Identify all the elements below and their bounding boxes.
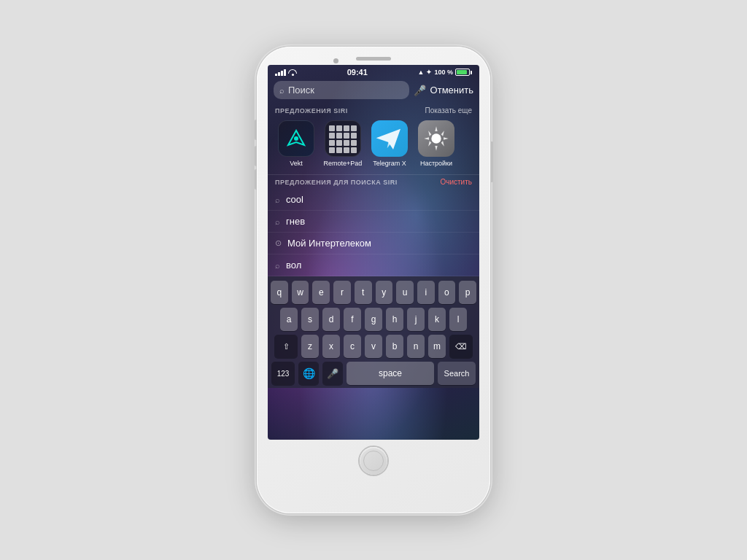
phone-frame: 09:41 ▲ ✦ 100 % ⌕ Поиск 🎤 Отменить — [257, 47, 490, 513]
key-o[interactable]: o — [438, 281, 456, 304]
key-c[interactable]: c — [344, 335, 361, 358]
search-key[interactable]: Search — [438, 362, 476, 385]
app-label-vekt: Vekt — [290, 160, 303, 167]
app-item-settings[interactable]: Настройки — [417, 120, 456, 167]
key-k[interactable]: k — [428, 308, 446, 331]
status-bar: 09:41 ▲ ✦ 100 % — [268, 65, 479, 78]
globe-icon[interactable]: 🌐 — [298, 362, 319, 385]
status-left — [275, 69, 297, 76]
settings-icon — [418, 120, 454, 157]
suggestion-text-gnev: гнев — [286, 216, 305, 227]
phone-top-bar — [257, 47, 490, 65]
key-y[interactable]: y — [376, 281, 393, 304]
keyboard-mic-icon[interactable]: 🎤 — [322, 362, 343, 385]
app-label-settings: Настройки — [420, 160, 452, 167]
suggestion-item-intertelekom[interactable]: ⊙ Мой Интертелеком — [268, 233, 479, 254]
key-a[interactable]: a — [280, 308, 298, 331]
keyboard-row-1: q w e r t y u i o p — [271, 281, 476, 304]
battery-percent: 100 % — [434, 69, 453, 76]
app-item-vekt[interactable]: Vekt — [276, 120, 316, 167]
key-n[interactable]: n — [407, 335, 425, 358]
key-v[interactable]: v — [365, 335, 382, 358]
key-i[interactable]: i — [417, 281, 435, 304]
suggestion-text-vol: вол — [286, 260, 301, 271]
key-w[interactable]: w — [292, 281, 309, 304]
key-z[interactable]: z — [301, 335, 319, 358]
key-r[interactable]: r — [333, 281, 351, 304]
app-icon-vekt — [278, 120, 314, 157]
key-m[interactable]: m — [428, 335, 446, 358]
siri-suggestions-title: ПРЕДЛОЖЕНИЯ SIRI — [275, 107, 348, 114]
app-icon-telegram — [371, 120, 408, 157]
app-item-remote[interactable]: Remote+Pad — [323, 120, 363, 167]
battery-icon — [455, 69, 472, 76]
key-j[interactable]: j — [407, 308, 425, 331]
bluetooth-icon: ✦ — [426, 69, 432, 76]
home-button[interactable] — [360, 447, 387, 475]
keyboard: q w e r t y u i o p a s d f g h j k l — [268, 276, 479, 388]
status-time: 09:41 — [347, 68, 368, 77]
speaker-slit — [356, 57, 391, 61]
home-button-area — [257, 440, 490, 483]
app-label-remote: Remote+Pad — [324, 160, 363, 167]
vekt-icon — [285, 128, 307, 149]
siri-suggestions-header: ПРЕДЛОЖЕНИЯ SIRI Показать еще — [268, 104, 479, 117]
search-bar-container: ⌕ Поиск 🎤 Отменить — [268, 78, 479, 104]
key-u[interactable]: u — [396, 281, 414, 304]
search-suggestions-section: ПРЕДЛОЖЕНИЯ ДЛЯ ПОИСКА SIRI Очистить ⌕ c… — [268, 174, 479, 276]
space-key[interactable]: space — [347, 362, 434, 385]
telegram-icon — [371, 120, 408, 157]
key-e[interactable]: e — [312, 281, 330, 304]
mic-icon[interactable]: 🎤 — [414, 85, 426, 96]
key-h[interactable]: h — [386, 308, 403, 331]
search-placeholder: Поиск — [288, 85, 314, 96]
search-icon: ⌕ — [279, 86, 285, 95]
key-p[interactable]: p — [459, 281, 476, 304]
delete-key[interactable]: ⌫ — [449, 335, 473, 358]
key-q[interactable]: q — [271, 281, 288, 304]
keyboard-bottom-row: 123 🌐 🎤 space Search — [271, 362, 476, 385]
key-b[interactable]: b — [386, 335, 403, 358]
location-icon: ▲ — [418, 69, 425, 76]
key-l[interactable]: l — [449, 308, 467, 331]
phone-screen: 09:41 ▲ ✦ 100 % ⌕ Поиск 🎤 Отменить — [268, 65, 479, 440]
suggestion-item-cool[interactable]: ⌕ cool — [268, 189, 479, 211]
app-icon-settings — [418, 120, 454, 157]
numbers-key[interactable]: 123 — [271, 362, 295, 385]
key-s[interactable]: s — [301, 308, 319, 331]
suggestion-item-gnev[interactable]: ⌕ гнев — [268, 211, 479, 233]
key-f[interactable]: f — [344, 308, 361, 331]
camera-dot — [333, 58, 338, 63]
wifi-icon — [288, 69, 297, 76]
suggestion-item-vol[interactable]: ⌕ вол — [268, 254, 479, 276]
search-suggestions-title: ПРЕДЛОЖЕНИЯ ДЛЯ ПОИСКА SIRI — [275, 179, 398, 186]
key-x[interactable]: x — [322, 335, 340, 358]
svg-point-1 — [294, 136, 298, 141]
suggestion-text-cool: cool — [286, 194, 303, 205]
suggestion-search-icon-1: ⌕ — [275, 195, 280, 204]
app-item-telegram[interactable]: Telegram X — [370, 120, 409, 167]
suggestion-search-icon-3: ⌕ — [275, 261, 280, 270]
signal-bars-icon — [275, 69, 286, 76]
app-icon-remote — [325, 120, 361, 157]
svg-point-2 — [431, 133, 441, 143]
suggestion-text-intertelekom: Мой Интертелеком — [287, 238, 371, 249]
search-input[interactable]: ⌕ Поиск — [274, 81, 409, 99]
clear-button[interactable]: Очистить — [440, 178, 472, 186]
siri-apps-row: Vekt Remote+Pad Telegram X — [268, 117, 479, 173]
app-label-telegram: Telegram X — [373, 160, 406, 167]
status-right: ▲ ✦ 100 % — [418, 69, 472, 76]
cancel-button[interactable]: Отменить — [430, 85, 473, 96]
shift-key[interactable]: ⇧ — [274, 335, 298, 358]
keyboard-row-3: ⇧ z x c v b n m ⌫ — [271, 335, 476, 358]
key-t[interactable]: t — [355, 281, 372, 304]
key-d[interactable]: d — [322, 308, 340, 331]
key-g[interactable]: g — [365, 308, 382, 331]
home-button-inner — [363, 451, 384, 471]
show-more-button[interactable]: Показать еще — [425, 106, 472, 114]
search-suggestions-header: ПРЕДЛОЖЕНИЯ ДЛЯ ПОИСКА SIRI Очистить — [268, 174, 479, 189]
suggestion-search-icon-2: ⌕ — [275, 217, 280, 226]
suggestion-location-icon: ⊙ — [275, 238, 282, 248]
keyboard-row-2: a s d f g h j k l — [271, 308, 476, 331]
